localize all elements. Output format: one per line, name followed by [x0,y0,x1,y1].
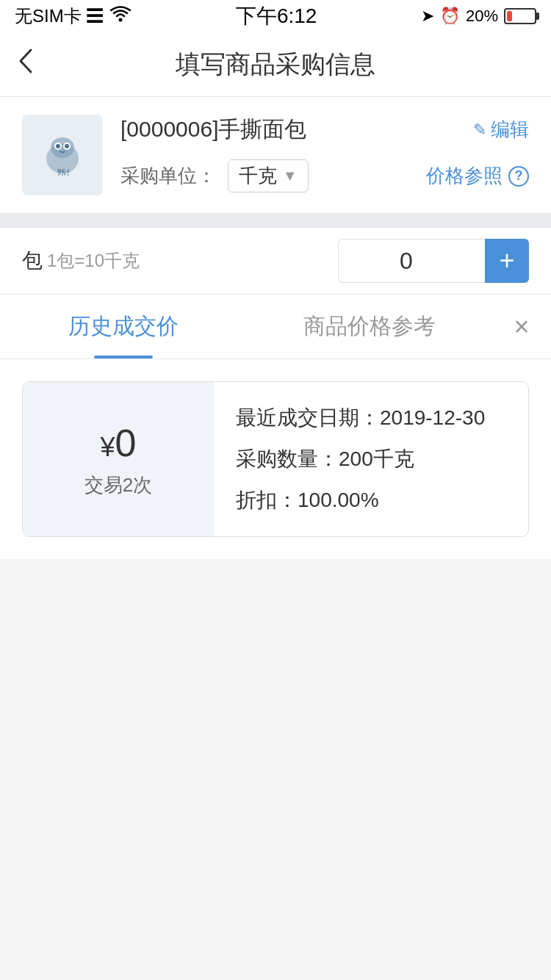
currency-symbol: ¥ [101,432,115,462]
product-title: 手撕面包 [218,117,306,141]
product-header-row: [0000006]手撕面包 ✎ 编辑 [120,115,529,145]
svg-text:计: 计 [63,168,71,176]
recent-date-row: 最近成交日期：2019-12-30 [236,403,506,433]
quantity-conversion: 1包=10千克 [47,249,140,273]
location-icon: ➤ [421,7,434,26]
svg-point-2 [51,137,74,158]
alarm-icon: ⏰ [440,7,460,26]
tab-price-ref-label: 商品价格参考 [303,311,436,342]
chevron-down-icon: ▼ [283,167,298,184]
purchase-qty-value: 200千克 [339,447,414,470]
tab-price-ref[interactable]: 商品价格参考 [246,295,492,359]
tabs-panel: 历史成交价 商品价格参考 × ¥0 交易2次 最近成交日期：2019-12-30 [0,294,551,559]
quantity-input[interactable] [338,239,485,283]
price-value: 0 [115,422,137,464]
history-details: 最近成交日期：2019-12-30 采购数量：200千克 折扣：100.00% [214,382,528,536]
svg-point-0 [119,18,123,22]
product-name: [0000006]手撕面包 [120,115,306,145]
history-trades: 交易2次 [84,472,152,498]
status-time: 下午6:12 [236,2,317,30]
quantity-unit-label: 包 1包=10千克 [22,247,140,275]
quantity-input-area: + [338,239,529,283]
recent-date-value: 2019-12-30 [380,406,485,429]
tab-history-price[interactable]: 历史成交价 [0,295,246,359]
edit-icon: ✎ [473,120,486,140]
edit-label: 编辑 [491,117,529,143]
edit-button[interactable]: ✎ 编辑 [473,117,529,143]
product-id: [0000006] [120,117,218,141]
info-icon: ? [508,166,529,187]
section-divider [0,213,551,228]
page-title: 填写商品采购信息 [176,48,375,82]
tab-close-button[interactable]: × [492,295,551,359]
discount-value: 100.00% [298,489,379,511]
discount-label: 折扣： [236,489,298,511]
product-card: 野 计 [0000006]手撕面包 ✎ 编辑 采购单位： 千克 ▼ 价格参照 [0,97,551,213]
status-left: 无SIM卡 ☰ [15,4,132,28]
close-icon: × [514,311,529,342]
wifi-icon [109,6,132,26]
product-info: [0000006]手撕面包 ✎ 编辑 采购单位： 千克 ▼ 价格参照 ? [120,115,529,192]
unit-select[interactable]: 千克 ▼ [228,159,309,192]
tabs-header: 历史成交价 商品价格参考 × [0,295,551,359]
price-ref-label: 价格参照 [426,163,503,189]
blank-area [0,559,551,980]
purchase-qty-label: 采购数量： [236,447,339,470]
unit-label: 采购单位： [120,165,216,187]
unit-value: 千克 [239,163,277,189]
svg-point-5 [56,144,60,148]
quantity-row: 包 1包=10千克 + [0,228,551,294]
product-thumbnail: 野 计 [22,115,103,195]
status-bar: 无SIM卡 ☰ 下午6:12 ➤ ⏰ 20% [0,0,551,32]
tab-history-label: 历史成交价 [68,311,179,342]
status-right: ➤ ⏰ 20% [421,7,536,26]
back-button[interactable] [18,47,34,82]
network-label: 无SIM卡 ☰ [15,4,104,28]
tab-active-indicator [94,356,153,359]
battery-percent: 20% [466,7,498,26]
history-price-section: ¥0 交易2次 [23,382,214,536]
history-content: ¥0 交易2次 最近成交日期：2019-12-30 采购数量：200千克 折扣：… [0,359,551,559]
page-header: 填写商品采购信息 [0,32,551,97]
battery-icon [504,8,536,24]
svg-point-6 [65,144,69,148]
history-price: ¥0 [101,421,137,465]
purchase-qty-row: 采购数量：200千克 [236,444,506,475]
history-card: ¥0 交易2次 最近成交日期：2019-12-30 采购数量：200千克 折扣：… [22,381,529,537]
recent-date-label: 最近成交日期： [236,406,380,429]
discount-row: 折扣：100.00% [236,485,506,516]
quantity-unit-name: 包 [22,247,43,275]
price-ref-button[interactable]: 价格参照 ? [426,163,529,189]
unit-row: 采购单位： 千克 ▼ 价格参照 ? [120,159,529,192]
unit-selector[interactable]: 采购单位： 千克 ▼ [120,159,309,192]
quantity-plus-button[interactable]: + [485,239,529,283]
